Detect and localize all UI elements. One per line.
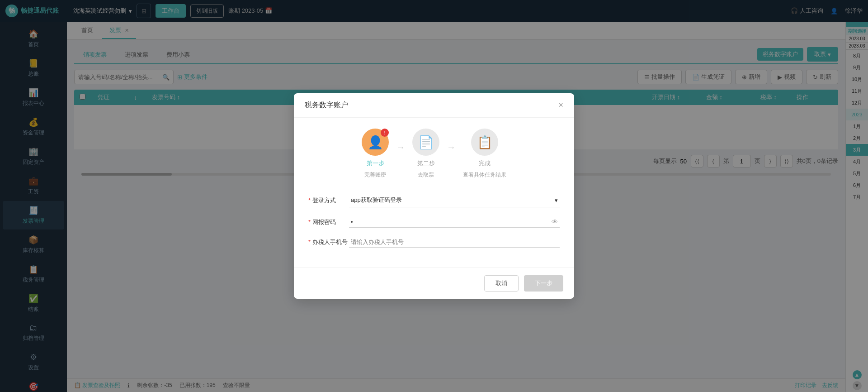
password-eye-icon[interactable]: 👁: [552, 218, 558, 225]
step-arrow-2: →: [447, 142, 456, 165]
step2-title: 第二步: [417, 159, 435, 167]
tax-digital-modal: 税务数字账户 × 👤 ! 第一步 完善账密 →: [294, 93, 574, 299]
step-arrow-1: →: [396, 142, 405, 165]
step-2: 📄 第二步 去取票: [412, 129, 439, 179]
password-wrapper: 👁: [349, 216, 560, 228]
phone-wrapper: [349, 237, 560, 248]
form-row-phone: * 办税人手机号: [308, 237, 560, 248]
phone-input[interactable]: [351, 239, 558, 245]
form-row-password: * 网报密码 👁: [308, 216, 560, 228]
step3-title: 完成: [479, 159, 491, 167]
phone-label: * 办税人手机号: [308, 238, 349, 246]
step1-title: 第一步: [367, 159, 384, 167]
step1-icon: 👤 !: [362, 129, 389, 156]
step2-icon: 📄: [412, 129, 439, 156]
step1-icon-char: 👤: [368, 135, 383, 150]
steps-indicator: 👤 ! 第一步 完善账密 → 📄 第二步 去取票 →: [308, 129, 560, 179]
next-button[interactable]: 下一步: [524, 275, 563, 292]
step2-desc: 去取票: [418, 171, 434, 179]
step3-desc: 查看具体任务结果: [463, 171, 506, 179]
login-method-label: * 登录方式: [308, 196, 349, 205]
select-dropdown-icon: ▾: [555, 197, 558, 204]
modal-title: 税务数字账户: [305, 100, 348, 110]
step-1: 👤 ! 第一步 完善账密: [362, 129, 389, 179]
modal-header: 税务数字账户 ×: [294, 93, 574, 118]
step1-desc: 完善账密: [364, 171, 386, 179]
modal-overlay: 税务数字账户 × 👤 ! 第一步 完善账密 →: [0, 0, 868, 392]
step3-icon: 📋: [471, 129, 498, 156]
modal-close-btn[interactable]: ×: [558, 100, 563, 110]
step-3: 📋 完成 查看具体任务结果: [463, 129, 506, 179]
cancel-button[interactable]: 取消: [484, 275, 519, 292]
step1-badge: !: [381, 129, 389, 137]
step3-icon-char: 📋: [477, 135, 493, 150]
modal-body: 👤 ! 第一步 完善账密 → 📄 第二步 去取票 →: [294, 118, 574, 268]
password-input[interactable]: [351, 219, 552, 225]
login-method-select[interactable]: app获取验证码登录 ▾: [349, 193, 560, 207]
modal-footer: 取消 下一步: [294, 268, 574, 299]
password-label: * 网报密码: [308, 218, 349, 226]
step2-icon-char: 📄: [418, 135, 434, 150]
form-row-login-method: * 登录方式 app获取验证码登录 ▾: [308, 193, 560, 207]
